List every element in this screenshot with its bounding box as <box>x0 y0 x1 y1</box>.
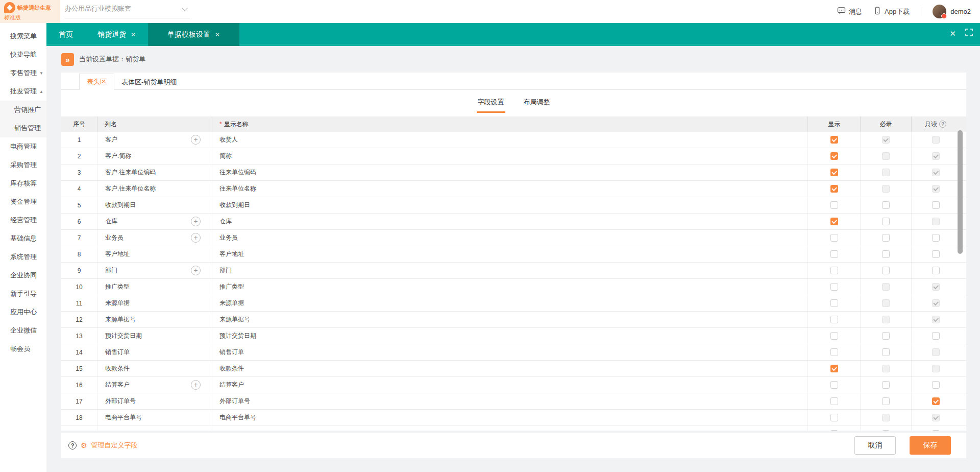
scrollbar-thumb[interactable] <box>958 130 963 254</box>
cancel-button[interactable]: 取消 <box>854 436 896 455</box>
view-tab[interactable]: 布局调整 <box>523 93 551 113</box>
readonly-checkbox[interactable] <box>932 185 940 193</box>
readonly-checkbox[interactable] <box>932 136 940 144</box>
readonly-checkbox[interactable] <box>932 430 940 431</box>
readonly-checkbox[interactable] <box>932 365 940 372</box>
show-checkbox[interactable] <box>830 267 838 274</box>
tab[interactable]: 销货退货 ✕ <box>85 23 148 46</box>
sidebar-item[interactable]: 快捷导航 <box>0 45 46 64</box>
readonly-checkbox[interactable] <box>932 169 940 176</box>
readonly-checkbox[interactable] <box>932 414 940 421</box>
readonly-checkbox[interactable] <box>932 316 940 323</box>
readonly-checkbox[interactable] <box>932 218 940 225</box>
show-checkbox[interactable] <box>830 283 838 291</box>
show-checkbox[interactable] <box>830 201 838 209</box>
show-checkbox[interactable] <box>830 136 838 144</box>
required-checkbox[interactable] <box>882 152 890 160</box>
required-checkbox[interactable] <box>882 332 890 340</box>
required-checkbox[interactable] <box>882 299 890 307</box>
fullscreen-icon[interactable] <box>965 29 973 38</box>
show-checkbox[interactable] <box>830 316 838 323</box>
required-checkbox[interactable] <box>882 185 890 193</box>
sidebar-item[interactable]: 电商管理 <box>0 137 46 156</box>
show-checkbox[interactable] <box>830 250 838 258</box>
sidebar-item[interactable]: 销售管理 <box>0 119 46 137</box>
readonly-checkbox[interactable] <box>932 283 940 291</box>
sidebar-item[interactable]: 批发管理 ▲ <box>0 82 46 101</box>
readonly-checkbox[interactable] <box>932 234 940 242</box>
readonly-checkbox[interactable] <box>932 332 940 340</box>
close-icon[interactable]: ✕ <box>215 31 220 38</box>
required-checkbox[interactable] <box>882 414 890 421</box>
readonly-checkbox[interactable] <box>932 299 940 307</box>
readonly-checkbox[interactable] <box>932 250 940 258</box>
sidebar-item[interactable]: 畅会员 <box>0 340 46 358</box>
show-checkbox[interactable] <box>830 381 838 389</box>
sidebar-item[interactable]: 企业协同 <box>0 266 46 285</box>
readonly-checkbox[interactable] <box>932 152 940 160</box>
plus-icon[interactable]: + <box>191 233 201 243</box>
required-checkbox[interactable] <box>882 397 890 405</box>
sidebar-item[interactable]: 经营管理 <box>0 211 46 229</box>
tab[interactable]: 单据模板设置 ✕ <box>148 23 239 46</box>
readonly-checkbox[interactable] <box>932 381 940 389</box>
show-checkbox[interactable] <box>830 332 838 340</box>
required-checkbox[interactable] <box>882 250 890 258</box>
close-icon[interactable]: ✕ <box>131 31 136 38</box>
readonly-checkbox[interactable] <box>932 201 940 209</box>
sidebar-item[interactable]: 营销推广 <box>0 101 46 119</box>
account-set-selector[interactable]: 办公用品行业模拟账套 <box>65 4 190 18</box>
close-tab-icon[interactable]: ✕ <box>949 29 956 38</box>
sidebar-item[interactable]: 系统管理 <box>0 248 46 266</box>
required-checkbox[interactable] <box>882 201 890 209</box>
sidebar-item[interactable]: 搜索菜单 <box>0 27 46 45</box>
app-download-button[interactable]: App下载 <box>873 7 910 16</box>
required-checkbox[interactable] <box>882 234 890 242</box>
required-checkbox[interactable] <box>882 365 890 372</box>
show-checkbox[interactable] <box>830 414 838 421</box>
required-checkbox[interactable] <box>882 316 890 323</box>
help-icon[interactable]: ? <box>68 441 77 450</box>
show-checkbox[interactable] <box>830 397 838 405</box>
show-checkbox[interactable] <box>830 218 838 225</box>
sidebar-item[interactable]: 基础信息 <box>0 229 46 248</box>
required-checkbox[interactable] <box>882 169 890 176</box>
plus-icon[interactable]: + <box>191 380 201 390</box>
show-checkbox[interactable] <box>830 430 838 431</box>
required-checkbox[interactable] <box>882 283 890 291</box>
user-menu[interactable]: demo2 <box>933 5 971 18</box>
plus-icon[interactable]: + <box>191 266 201 275</box>
view-tab[interactable]: 字段设置 <box>477 93 505 113</box>
required-checkbox[interactable] <box>882 430 890 431</box>
plus-icon[interactable]: + <box>191 135 201 145</box>
show-checkbox[interactable] <box>830 234 838 242</box>
readonly-checkbox[interactable] <box>932 397 940 405</box>
manage-custom-fields-link[interactable]: 管理自定义字段 <box>91 441 138 450</box>
required-checkbox[interactable] <box>882 267 890 274</box>
sidebar-item[interactable]: 企业微信 <box>0 321 46 340</box>
readonly-checkbox[interactable] <box>932 348 940 356</box>
sidebar-item[interactable]: 应用中心 <box>0 303 46 321</box>
readonly-checkbox[interactable] <box>932 267 940 274</box>
tab[interactable]: 首页 <box>46 23 85 46</box>
sidebar-item[interactable]: 库存核算 <box>0 174 46 193</box>
required-checkbox[interactable] <box>882 381 890 389</box>
save-button[interactable]: 保存 <box>910 436 951 455</box>
show-checkbox[interactable] <box>830 348 838 356</box>
show-checkbox[interactable] <box>830 365 838 372</box>
collapse-icon[interactable]: » <box>61 53 74 66</box>
show-checkbox[interactable] <box>830 152 838 160</box>
sidebar-item[interactable]: 新手引导 <box>0 285 46 303</box>
help-icon[interactable]: ? <box>939 121 946 128</box>
required-checkbox[interactable] <box>882 136 890 144</box>
show-checkbox[interactable] <box>830 185 838 193</box>
required-checkbox[interactable] <box>882 218 890 225</box>
required-checkbox[interactable] <box>882 348 890 356</box>
section-tab[interactable]: 表体区-销货单明细 <box>114 75 184 90</box>
section-tab[interactable]: 表头区 <box>79 74 114 90</box>
messages-button[interactable]: 消息 <box>837 7 862 16</box>
plus-icon[interactable]: + <box>191 217 201 226</box>
show-checkbox[interactable] <box>830 299 838 307</box>
sidebar-item[interactable]: 采购管理 <box>0 156 46 174</box>
show-checkbox[interactable] <box>830 169 838 176</box>
